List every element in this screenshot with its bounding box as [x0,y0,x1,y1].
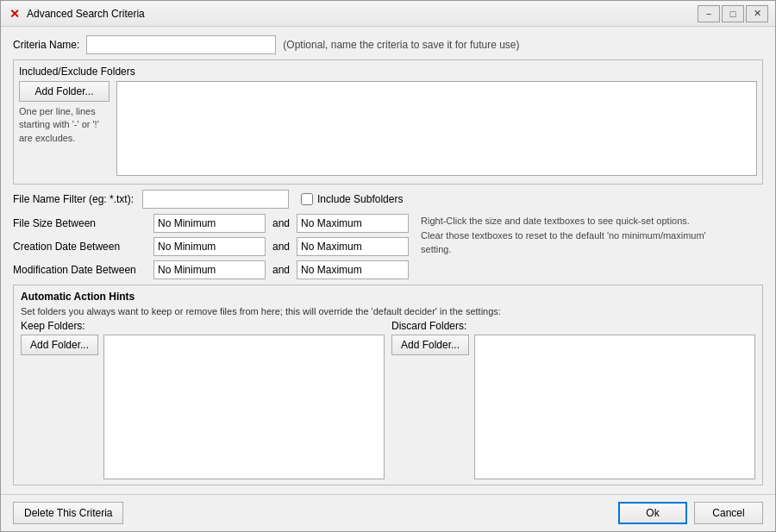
folders-left: Add Folder... One per line, lines starti… [19,81,110,178]
cancel-button[interactable]: Cancel [694,502,763,524]
include-subfolders-checkbox[interactable] [301,193,313,205]
file-size-min-input[interactable] [153,214,266,233]
auto-action-section: Automatic Action Hints Set folders you a… [13,285,763,485]
file-size-label: File Size Between [13,217,147,229]
discard-folders-controls: Add Folder... [391,335,469,479]
add-folder-button[interactable]: Add Folder... [19,81,110,102]
auto-action-title: Automatic Action Hints [21,291,755,303]
folders-note: One per line, lines starting with '-' or… [19,105,110,145]
criteria-name-label: Criteria Name: [13,39,79,51]
discard-folders-block: Discard Folders: Add Folder... [391,320,755,479]
folders-textarea[interactable] [116,81,757,176]
size-date-section: File Size Between and Creation Date Betw… [13,214,763,279]
keep-folders-textarea[interactable] [103,335,385,479]
keep-folders-controls: Add Folder... [21,335,98,479]
folders-note-line3: are excludes. [19,132,110,145]
maximize-button[interactable]: □ [722,5,744,22]
keep-folders-inner: Add Folder... [21,335,385,479]
include-subfolders-text: Include Subfolders [317,193,403,205]
creation-date-min-input[interactable] [153,237,266,256]
creation-date-label: Creation Date Between [13,241,147,253]
keep-add-folder-button[interactable]: Add Folder... [21,335,98,355]
keep-folders-label: Keep Folders: [21,320,385,332]
dialog-content: Criteria Name: (Optional, name the crite… [1,27,775,494]
modification-date-max-input[interactable] [297,260,409,279]
discard-folders-label: Discard Folders: [391,320,755,332]
modification-date-and: and [272,264,290,276]
folders-section-title: Included/Exclude Folders [19,66,757,78]
dialog-footer: Delete This Criteria Ok Cancel [1,494,775,531]
include-subfolders-label[interactable]: Include Subfolders [301,193,403,205]
delete-criteria-button[interactable]: Delete This Criteria [13,502,123,524]
title-bar: ✕ Advanced Search Criteria − □ ✕ [1,1,775,27]
keep-discard-section: Keep Folders: Add Folder... Discard Fold… [21,320,755,479]
ok-button[interactable]: Ok [618,502,687,524]
folders-note-line1: One per line, lines [19,105,110,118]
folders-inner: Add Folder... One per line, lines starti… [19,81,757,178]
size-date-rows: File Size Between and Creation Date Betw… [13,214,409,279]
file-name-filter-row: File Name Filter (eg: *.txt): [13,190,289,209]
file-size-and: and [272,217,290,229]
window-title: Advanced Search Criteria [27,8,698,20]
keep-folders-block: Keep Folders: Add Folder... [21,320,385,479]
app-icon: ✕ [8,7,22,21]
window-controls: − □ ✕ [698,5,768,22]
criteria-name-input[interactable] [86,35,276,54]
criteria-name-row: Criteria Name: (Optional, name the crite… [13,35,763,54]
file-size-row: File Size Between and [13,214,409,233]
close-button[interactable]: ✕ [746,5,768,22]
file-name-filter-input[interactable] [142,190,289,209]
file-size-max-input[interactable] [297,214,409,233]
modification-date-row: Modification Date Between and [13,260,409,279]
modification-date-min-input[interactable] [153,260,266,279]
folders-textarea-container [116,81,757,178]
right-note: Right-Click the size and date textboxes … [421,214,714,257]
minimize-button[interactable]: − [698,5,720,22]
criteria-name-hint: (Optional, name the criteria to save it … [283,39,519,51]
file-name-filter-section: File Name Filter (eg: *.txt): Include Su… [13,190,763,209]
discard-add-folder-button[interactable]: Add Folder... [391,335,469,355]
discard-folders-inner: Add Folder... [391,335,755,479]
footer-right-buttons: Ok Cancel [618,502,763,524]
file-name-filter-label: File Name Filter (eg: *.txt): [13,193,134,205]
folders-section: Included/Exclude Folders Add Folder... O… [13,59,763,185]
auto-action-desc: Set folders you always want to keep or r… [21,306,755,316]
creation-date-and: and [272,241,290,253]
discard-folders-textarea[interactable] [474,335,755,479]
creation-date-max-input[interactable] [297,237,409,256]
creation-date-row: Creation Date Between and [13,237,409,256]
modification-date-label: Modification Date Between [13,264,147,276]
folders-note-line2: starting with '-' or '!' [19,118,110,131]
main-window: ✕ Advanced Search Criteria − □ ✕ Criteri… [0,0,776,532]
